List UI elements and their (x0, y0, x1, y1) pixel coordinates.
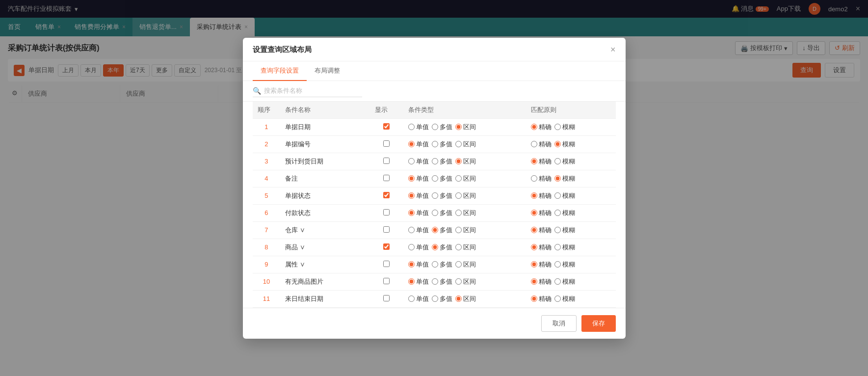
type-radio[interactable] (432, 210, 438, 216)
match-radio[interactable] (554, 158, 561, 164)
type-radio[interactable] (408, 210, 415, 216)
match-radio[interactable] (554, 295, 561, 302)
type-radio[interactable] (455, 141, 462, 147)
type-radio[interactable] (432, 158, 438, 164)
type-radio-item[interactable]: 单值 (408, 140, 429, 149)
match-radio-item[interactable]: 精确 (531, 295, 552, 303)
type-radio-item[interactable]: 单值 (408, 209, 429, 217)
row-show[interactable] (370, 170, 403, 187)
type-radio[interactable] (408, 192, 415, 199)
type-radio[interactable] (432, 192, 438, 199)
match-radio-item[interactable]: 精确 (531, 174, 552, 183)
match-radio[interactable] (531, 227, 537, 233)
type-radio[interactable] (432, 244, 438, 250)
match-radio[interactable] (554, 175, 561, 182)
type-radio-item[interactable]: 单值 (408, 260, 429, 269)
show-checkbox[interactable] (383, 140, 390, 147)
type-radio-item[interactable]: 多值 (432, 277, 452, 286)
type-radio[interactable] (455, 227, 462, 233)
type-radio[interactable] (408, 244, 415, 250)
type-radio[interactable] (455, 210, 462, 216)
type-radio[interactable] (408, 227, 415, 233)
type-radio-item[interactable]: 区间 (455, 191, 476, 200)
type-radio-item[interactable]: 多值 (432, 123, 452, 132)
type-radio[interactable] (432, 124, 438, 130)
type-radio[interactable] (408, 158, 415, 164)
type-radio-item[interactable]: 区间 (455, 260, 476, 269)
row-show[interactable] (370, 204, 403, 221)
match-radio-item[interactable]: 精确 (531, 157, 552, 166)
show-checkbox[interactable] (383, 243, 390, 250)
match-radio[interactable] (531, 141, 537, 147)
row-show[interactable] (370, 187, 403, 204)
type-radio-item[interactable]: 多值 (432, 209, 452, 217)
match-radio-item[interactable]: 模糊 (554, 157, 575, 166)
match-radio-item[interactable]: 精确 (531, 209, 552, 217)
search-input[interactable] (264, 87, 362, 94)
show-checkbox[interactable] (383, 123, 390, 130)
match-radio[interactable] (554, 278, 561, 285)
type-radio-item[interactable]: 多值 (432, 140, 452, 149)
type-radio-item[interactable]: 区间 (455, 277, 476, 286)
row-show[interactable] (370, 290, 403, 307)
type-radio-item[interactable]: 多值 (432, 260, 452, 269)
save-button[interactable]: 保存 (581, 315, 616, 332)
dialog-close-button[interactable]: × (610, 45, 616, 61)
match-radio-item[interactable]: 精确 (531, 191, 552, 200)
type-radio[interactable] (455, 192, 462, 199)
type-radio-item[interactable]: 区间 (455, 174, 476, 183)
type-radio[interactable] (408, 175, 415, 182)
type-radio[interactable] (455, 124, 462, 130)
row-show[interactable] (370, 239, 403, 256)
match-radio[interactable] (531, 295, 537, 302)
type-radio[interactable] (455, 261, 462, 268)
match-radio[interactable] (554, 141, 561, 147)
type-radio[interactable] (455, 244, 462, 250)
type-radio[interactable] (432, 227, 438, 233)
show-checkbox[interactable] (383, 192, 390, 198)
match-radio-item[interactable]: 模糊 (554, 209, 575, 217)
type-radio-item[interactable]: 区间 (455, 226, 476, 235)
type-radio[interactable] (432, 175, 438, 182)
type-radio-item[interactable]: 多值 (432, 226, 452, 235)
type-radio[interactable] (408, 278, 415, 285)
match-radio[interactable] (554, 227, 561, 233)
type-radio-item[interactable]: 区间 (455, 157, 476, 166)
row-show[interactable] (370, 118, 403, 135)
match-radio[interactable] (531, 244, 537, 250)
row-show[interactable] (370, 135, 403, 153)
type-radio-item[interactable]: 区间 (455, 295, 476, 303)
show-checkbox[interactable] (383, 295, 390, 301)
type-radio-item[interactable]: 多值 (432, 174, 452, 183)
row-show[interactable] (370, 153, 403, 170)
match-radio-item[interactable]: 模糊 (554, 174, 575, 183)
type-radio[interactable] (408, 141, 415, 147)
show-checkbox[interactable] (383, 209, 390, 215)
match-radio-item[interactable]: 模糊 (554, 140, 575, 149)
type-radio[interactable] (432, 278, 438, 285)
type-radio-item[interactable]: 区间 (455, 140, 476, 149)
row-show[interactable] (370, 221, 403, 239)
match-radio-item[interactable]: 精确 (531, 260, 552, 269)
match-radio-item[interactable]: 精确 (531, 226, 552, 235)
match-radio[interactable] (531, 278, 537, 285)
type-radio[interactable] (432, 141, 438, 147)
type-radio[interactable] (408, 124, 415, 130)
show-checkbox[interactable] (383, 158, 390, 164)
type-radio-item[interactable]: 区间 (455, 243, 476, 252)
match-radio[interactable] (554, 244, 561, 250)
type-radio-item[interactable]: 单值 (408, 277, 429, 286)
match-radio-item[interactable]: 模糊 (554, 243, 575, 252)
show-checkbox[interactable] (383, 261, 390, 267)
match-radio-item[interactable]: 模糊 (554, 191, 575, 200)
match-radio[interactable] (554, 192, 561, 199)
match-radio-item[interactable]: 精确 (531, 277, 552, 286)
type-radio-item[interactable]: 单值 (408, 226, 429, 235)
match-radio-item[interactable]: 模糊 (554, 226, 575, 235)
type-radio[interactable] (455, 295, 462, 302)
match-radio-item[interactable]: 模糊 (554, 260, 575, 269)
show-checkbox[interactable] (383, 226, 390, 233)
type-radio-item[interactable]: 单值 (408, 191, 429, 200)
match-radio[interactable] (531, 158, 537, 164)
match-radio[interactable] (531, 210, 537, 216)
